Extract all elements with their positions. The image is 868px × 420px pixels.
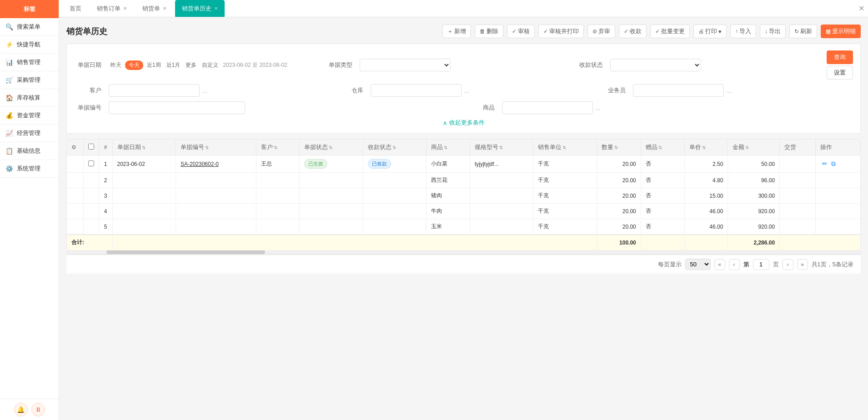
page-unit-label: 页 (773, 260, 779, 269)
new-button[interactable]: ＋ 新增 (442, 25, 471, 38)
row-doc-status (300, 173, 363, 188)
audit-print-button[interactable]: ✓ 审核并打印 (538, 25, 584, 38)
sidebar-item-basic-info[interactable]: 📋 基础信息 (0, 142, 59, 160)
row-doc-no (176, 188, 256, 204)
page-content: 销货单历史 ＋ 新增 🗑 删除 ✓ 审核 ✓ 审核并打印 (59, 17, 868, 420)
custom-shortcut[interactable]: 自定义 (200, 60, 220, 70)
th-sales-unit[interactable]: 销售单位⇅ (533, 140, 597, 155)
sort-payment-status-icon: ⇅ (392, 145, 396, 150)
page-size-select[interactable]: 10 20 50 100 (685, 259, 711, 270)
show-detail-button[interactable]: ▦ 显示明细 (821, 25, 861, 38)
refresh-button[interactable]: ↻ 刷新 (789, 25, 817, 38)
trash-icon: 🗑 (480, 28, 485, 35)
tab-sales-history-close[interactable]: ✕ (214, 6, 218, 11)
goods-picker-icon[interactable]: ... (596, 105, 601, 111)
staff-input[interactable] (633, 84, 724, 97)
collapse-button[interactable]: ∧ 收起更多条件 (74, 119, 853, 127)
goods-input[interactable] (502, 101, 593, 114)
horizontal-scrollbar[interactable] (67, 250, 860, 254)
pause-button[interactable]: ⏸ (31, 403, 45, 416)
import-button[interactable]: ↑ 导入 (730, 25, 756, 38)
sidebar-item-purchase-mgmt[interactable]: 🛒 采购管理 (0, 71, 59, 89)
th-doc-date[interactable]: 单据日期⇅ (112, 140, 176, 155)
tab-sales-goods[interactable]: 销货单 ✕ (135, 0, 173, 17)
warehouse-picker-icon[interactable]: ... (464, 87, 469, 94)
last7-shortcut[interactable]: 近1周 (145, 60, 163, 70)
th-customer[interactable]: 客户⇅ (256, 140, 300, 155)
new-button-label: 新增 (454, 27, 466, 35)
collect-button[interactable]: ✓ 收款 (619, 25, 647, 38)
sidebar-item-finance[interactable]: 💰 资金管理 (0, 107, 59, 125)
tab-sales-goods-close[interactable]: ✕ (163, 6, 166, 11)
print-button[interactable]: 🖨 打印 ▾ (693, 25, 727, 38)
payment-status-select[interactable] (610, 59, 701, 71)
next-page-button[interactable]: › (783, 259, 793, 270)
row-doc-no[interactable]: SA-20230602-0 (176, 155, 256, 173)
sidebar-item-search-menu[interactable]: 🔍 搜索菜单 (0, 18, 59, 36)
customer-picker-icon[interactable]: ... (202, 87, 207, 94)
delete-button[interactable]: 🗑 删除 (475, 25, 503, 38)
sidebar-item-inventory[interactable]: 🏠 库存核算 (0, 89, 59, 107)
doc-type-select[interactable] (360, 59, 451, 71)
copy-action-button[interactable]: ⧉ (829, 159, 838, 168)
row-trade (780, 173, 816, 188)
settings-button[interactable]: 设置 (827, 66, 853, 80)
close-all-tabs-button[interactable]: ✕ (858, 4, 864, 13)
th-spec-type[interactable]: 规格型号⇅ (470, 140, 533, 155)
tab-sales-history[interactable]: 销货单历史 ✕ (175, 0, 225, 17)
sidebar-item-sales-mgmt[interactable]: 📊 销售管理 (0, 54, 59, 71)
th-goods[interactable]: 商品⇅ (426, 140, 470, 155)
last-page-button[interactable]: » (797, 259, 808, 270)
last30-shortcut[interactable]: 近1月 (165, 60, 182, 70)
detail-icon: ▦ (826, 28, 831, 35)
th-gift[interactable]: 赠品⇅ (641, 140, 684, 155)
th-doc-status[interactable]: 单据状态⇅ (300, 140, 363, 155)
tab-home[interactable]: 首页 (63, 0, 88, 17)
row-doc-no (176, 204, 256, 219)
th-gear[interactable]: ⚙ (67, 140, 83, 155)
date-range-display: 2023-06-02 至 2023-06-02 (223, 61, 287, 69)
row-action-cell (816, 204, 860, 219)
query-button[interactable]: 查询 (827, 50, 853, 64)
collapse-label: 收起更多条件 (449, 119, 485, 127)
first-page-button[interactable]: « (714, 259, 725, 270)
th-qty[interactable]: 数量⇅ (597, 140, 641, 155)
table-container: ⚙ # 单据日期⇅ 单据编号⇅ 客户⇅ 单据状态⇅ (66, 139, 861, 255)
row-number: 2 (99, 173, 112, 188)
prev-page-button[interactable]: ‹ (729, 259, 740, 270)
row-checkbox-cell (83, 173, 99, 188)
customer-input[interactable] (109, 84, 200, 97)
th-unit-price[interactable]: 单价⇅ (684, 140, 728, 155)
row-gear (67, 188, 83, 204)
abandon-button[interactable]: ⊘ 弃审 (587, 25, 615, 38)
doc-no-input[interactable] (109, 101, 245, 114)
goods-label: 商品 (467, 104, 495, 112)
sidebar-item-quick-nav[interactable]: ⚡ 快捷导航 (0, 36, 59, 54)
sidebar-item-operations[interactable]: 📈 经营管理 (0, 125, 59, 142)
tab-sales-order[interactable]: 销售订单 ✕ (90, 0, 134, 17)
notification-button[interactable]: 🔔 (14, 403, 28, 416)
row-gear (67, 173, 83, 188)
th-doc-no[interactable]: 单据编号⇅ (176, 140, 256, 155)
tab-sales-order-close[interactable]: ✕ (123, 6, 127, 11)
today-shortcut[interactable]: 今天 (125, 60, 143, 70)
row-checkbox[interactable] (88, 160, 94, 166)
page-header: 销货单历史 ＋ 新增 🗑 删除 ✓ 审核 ✓ 审核并打印 (66, 25, 861, 38)
yesterday-shortcut[interactable]: 昨天 (109, 60, 123, 70)
select-all-checkbox[interactable] (88, 144, 94, 150)
summary-label: 合计: (67, 235, 112, 250)
status-badge: 已生效 (304, 159, 327, 169)
th-amount[interactable]: 金额⇅ (728, 140, 780, 155)
chart-icon: 📊 (5, 59, 13, 66)
warehouse-input[interactable] (371, 84, 462, 97)
batch-change-button[interactable]: ✓ 批量变更 (650, 25, 690, 38)
export-button[interactable]: ↓ 导出 (760, 25, 786, 38)
edit-action-button[interactable]: ✏ (820, 159, 829, 168)
staff-picker-icon[interactable]: ... (727, 87, 732, 94)
audit-button[interactable]: ✓ 审核 (507, 25, 535, 38)
scrollbar-thumb[interactable] (106, 250, 265, 254)
th-payment-status[interactable]: 收款状态⇅ (363, 140, 426, 155)
more-shortcut[interactable]: 更多 (184, 60, 198, 70)
page-number-input[interactable] (753, 259, 769, 270)
sidebar-item-system[interactable]: ⚙️ 系统管理 (0, 160, 59, 178)
